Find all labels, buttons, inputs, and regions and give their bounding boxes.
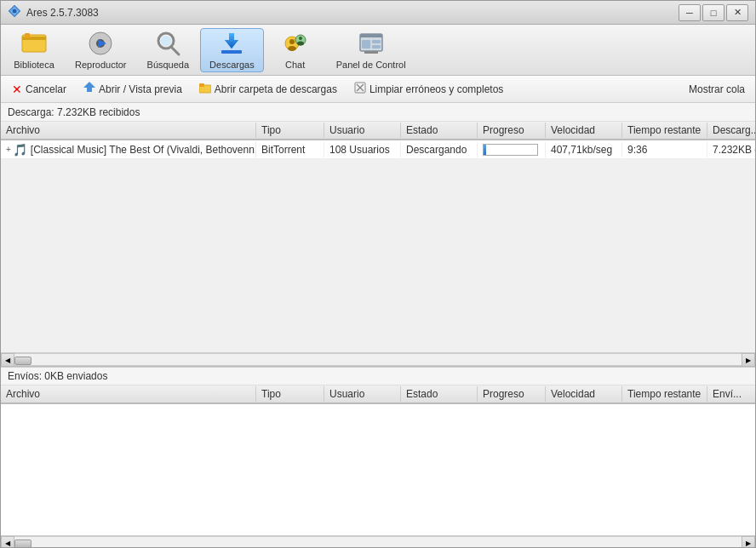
envios-status-text: Envíos: 0KB enviados [8,370,107,382]
svg-point-18 [288,46,296,51]
th-tiempo[interactable]: Tiempo restante [622,123,707,138]
nav-descargas[interactable]: Descargas [200,28,264,72]
td-tipo: BitTorrent [256,142,324,157]
envios-empty-content [1,404,755,535]
scroll-left-arrow-envios[interactable]: ◀ [1,536,14,548]
cancelar-icon: ✕ [12,83,22,96]
scroll-left-arrow[interactable]: ◀ [1,353,14,367]
chat-label: Chat [285,60,305,70]
downloads-status: Descarga: 7.232KB recibidos [1,103,755,122]
th-velocidad[interactable]: Velocidad [546,123,622,138]
svg-point-20 [299,37,302,40]
app-title: Ares 2.5.7.3083 [26,7,99,19]
svg-line-11 [171,47,179,54]
scroll-right-arrow-envios[interactable]: ▶ [742,536,755,548]
envios-status: Envíos: 0KB enviados [1,367,755,385]
scroll-right-arrow[interactable]: ▶ [742,353,755,367]
envios-section: Envíos: 0KB enviados Archivo Tipo Usuari… [1,367,755,548]
envios-table-header: Archivo Tipo Usuario Estado Progreso Vel… [1,385,755,404]
th-descarga[interactable]: Descarg... [707,123,756,138]
descargas-icon [218,30,245,57]
biblioteca-icon [20,30,48,57]
panel-icon [358,30,385,57]
busqueda-label: Búsqueda [147,60,190,70]
td-usuario: 108 Usuarios [324,142,401,157]
th-envios-progreso[interactable]: Progreso [478,386,546,402]
th-progreso[interactable]: Progreso [478,123,546,138]
abrir-previa-label: Abrir / Vista previa [99,83,182,95]
svg-rect-5 [25,33,30,38]
downloads-scrollbar[interactable]: ◀ ▶ [1,352,755,366]
downloads-table-content: + 🎵 [Classical Music] The Best Of (Vival… [1,140,755,352]
th-usuario[interactable]: Usuario [324,123,401,138]
limpiar-icon [354,82,366,96]
envios-scrollbar[interactable]: ◀ ▶ [1,535,755,548]
nav-reproductor[interactable]: Reproductor [66,28,136,72]
scroll-thumb-envios[interactable] [14,539,32,548]
cancelar-button[interactable]: ✕ Cancelar [4,78,74,100]
nav-toolbar: Biblioteca Reproductor Búsqueda [1,25,755,76]
svg-rect-13 [221,50,242,54]
svg-marker-28 [83,82,95,88]
table-row[interactable]: + 🎵 [Classical Music] The Best Of (Vival… [1,140,755,159]
th-envios-archivo[interactable]: Archivo [1,386,256,402]
biblioteca-label: Biblioteca [14,60,54,70]
abrir-previa-icon [83,82,95,96]
th-archivo[interactable]: Archivo [1,123,256,138]
abrir-previa-button[interactable]: Abrir / Vista previa [76,78,190,100]
th-envios-tipo[interactable]: Tipo [256,386,324,402]
svg-rect-23 [360,34,382,37]
minimize-button[interactable]: ─ [679,4,701,21]
busqueda-icon [154,30,181,57]
th-envios-usuario[interactable]: Usuario [324,386,401,402]
downloads-section: Descarga: 7.232KB recibidos Archivo Tipo… [1,103,755,367]
th-estado[interactable]: Estado [401,123,478,138]
td-archivo: + 🎵 [Classical Music] The Best Of (Vival… [1,141,256,158]
th-envios-velocidad[interactable]: Velocidad [546,386,622,402]
abrir-carpeta-button[interactable]: Abrir carpeta de descargas [192,78,345,100]
reproductor-label: Reproductor [75,60,127,70]
title-bar-left: Ares 2.5.7.3083 [8,4,99,20]
nav-biblioteca[interactable]: Biblioteca [4,28,64,72]
action-toolbar: ✕ Cancelar Abrir / Vista previa Abrir ca… [1,76,755,103]
limpiar-button[interactable]: Limpiar erróneos y completos [346,78,511,100]
svg-point-2 [13,9,17,14]
abrir-carpeta-icon [199,82,211,96]
panel-label: Panel de Control [336,60,406,70]
title-bar: Ares 2.5.7.3083 ─ □ ✕ [1,1,755,25]
nav-busqueda[interactable]: Búsqueda [138,28,199,72]
descargas-label: Descargas [209,60,255,70]
maximize-button[interactable]: □ [702,4,724,21]
svg-point-12 [161,36,171,46]
td-tiempo: 9:36 [622,142,707,157]
td-estado: Descargando [401,142,478,157]
th-envios-tiempo[interactable]: Tiempo restante [622,386,707,402]
svg-rect-25 [372,40,381,43]
expand-icon[interactable]: + [6,145,11,154]
td-descarga: 7.232KB de ... [707,142,755,157]
downloads-status-text: Descarga: 7.232KB recibidos [8,106,140,118]
scroll-thumb[interactable] [14,357,32,365]
mostrar-cola[interactable]: Mostrar cola [682,81,752,98]
close-button[interactable]: ✕ [726,4,748,21]
abrir-carpeta-label: Abrir carpeta de descargas [215,83,337,95]
svg-rect-26 [372,45,381,49]
th-tipo[interactable]: Tipo [256,123,324,138]
reproductor-icon [87,30,114,57]
svg-rect-24 [362,40,370,49]
nav-chat[interactable]: Chat [266,28,325,72]
app-icon [8,4,21,20]
main-content: Descarga: 7.232KB recibidos Archivo Tipo… [1,103,755,548]
cancelar-label: Cancelar [26,83,66,95]
nav-panel[interactable]: Panel de Control [327,28,415,72]
file-type-icon: 🎵 [13,143,27,157]
window-controls: ─ □ ✕ [679,4,748,21]
th-envios-envi[interactable]: Enví... [707,386,756,402]
limpiar-label: Limpiar erróneos y completos [369,83,503,95]
svg-rect-29 [87,88,92,92]
downloads-table-header: Archivo Tipo Usuario Estado Progreso Vel… [1,122,755,140]
svg-rect-27 [364,51,378,54]
progress-bar-fill [484,145,486,155]
th-envios-estado[interactable]: Estado [401,386,478,402]
td-progreso [478,142,546,157]
